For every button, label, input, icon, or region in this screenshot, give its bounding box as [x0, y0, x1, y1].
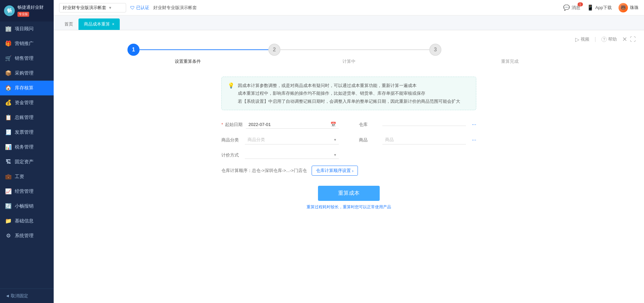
sidebar-item-label: 库存核算: [15, 85, 34, 91]
goods-label: 商品: [359, 137, 379, 143]
calendar-icon[interactable]: 📅: [330, 122, 336, 127]
category-label: 商品分类: [221, 137, 241, 143]
sidebar-item-label: 经营管理: [15, 188, 34, 194]
chevron-down-icon: ▾: [334, 137, 336, 142]
messages-badge: 1: [578, 2, 583, 6]
sidebar: 畅 畅捷通好业财 专业版 🏢 项目顾问 🎁 营销推广 🛒 销售管理 📦 采购管理…: [0, 0, 54, 303]
recalculate-button[interactable]: 重算成本: [318, 186, 380, 201]
sidebar-item-purchase[interactable]: 📦 采购管理: [0, 66, 54, 81]
content-area: ▷ 视频 | ? 帮助 ✕ ⛶ 1: [54, 30, 644, 303]
message-icon: 💬: [563, 4, 570, 11]
sidebar-item-system[interactable]: ⚙ 系统管理: [0, 228, 54, 243]
sidebar-item-basic[interactable]: 📁 基础信息: [0, 214, 54, 228]
warehouse-order-settings-button[interactable]: 仓库计算顺序设置 ›: [312, 166, 358, 176]
sidebar-item-sales[interactable]: 🛒 销售管理: [0, 51, 54, 66]
chevron-down-icon: ▾: [334, 153, 336, 157]
user-menu[interactable]: 🐻 珠珠: [619, 3, 639, 12]
goods-row: 商品 商品 ···: [359, 135, 476, 144]
info-line-2: 成本重算过程中，影响库存账的操作均不能操作，比如进货单、销货单、库存单据不能审核…: [238, 89, 460, 97]
tab-home-label: 首页: [64, 21, 73, 27]
info-icon: 💡: [228, 82, 234, 105]
step-2-number: 2: [273, 47, 276, 53]
required-star: *: [221, 122, 223, 127]
tab-recalc[interactable]: 商品成本重算 ×: [78, 18, 120, 30]
video-label: 视频: [581, 36, 589, 42]
step-3-number: 3: [434, 47, 437, 53]
sidebar-item-inventory[interactable]: 🏠 库存核算: [0, 81, 54, 95]
sidebar-item-finance[interactable]: 💰 资金管理: [0, 95, 54, 110]
recalculate-hint: 重算过程耗时较长，重算时您可以正常使用产品: [307, 204, 391, 210]
inventory-icon: 🏠: [5, 85, 11, 91]
close-button[interactable]: ✕: [622, 36, 627, 43]
operations-icon: 📈: [5, 188, 11, 194]
price-select[interactable]: ▾: [245, 151, 339, 159]
messages-button[interactable]: 💬 消息 1: [563, 4, 580, 11]
assets-icon: 🏗: [5, 159, 11, 165]
category-row: 商品分类 商品分类 ▾: [221, 135, 339, 144]
app-download-button[interactable]: 📱 App下载: [587, 4, 612, 11]
sidebar-item-operations[interactable]: 📈 经营管理: [0, 184, 54, 199]
warehouse-order-label: 仓库计算顺序：总仓->深圳仓库->...->门店仓: [221, 168, 307, 174]
price-row: 计价方式 ▾: [221, 151, 339, 159]
warehouse-row: 仓库 ···: [359, 120, 476, 129]
sidebar-item-invoice[interactable]: 🧾 发票管理: [0, 125, 54, 140]
logo-title: 畅捷通好业财: [17, 5, 44, 10]
steps-progress: 1 设置重算条件 2 计算中 3: [74, 44, 624, 64]
help-button[interactable]: ? 帮助: [601, 36, 617, 42]
account-selector[interactable]: 好业财专业版演示帐套 ▼: [59, 3, 126, 12]
invoice-icon: 🧾: [5, 129, 11, 135]
sidebar-item-expense[interactable]: 🔄 小畅报销: [0, 199, 54, 214]
sidebar-item-assets[interactable]: 🏗 固定资产: [0, 155, 54, 169]
sidebar-item-label: 资金管理: [15, 100, 34, 106]
tab-close-icon[interactable]: ×: [112, 22, 114, 27]
tab-home[interactable]: 首页: [59, 18, 78, 30]
sidebar-item-label: 采购管理: [15, 70, 34, 76]
start-date-row: * 起始日期 2022-07-01 📅: [221, 120, 339, 129]
help-label: 帮助: [608, 36, 617, 42]
sidebar-item-label: 税务管理: [15, 144, 34, 150]
step-2-label: 计算中: [342, 58, 356, 64]
accounting-icon: 📋: [5, 115, 11, 121]
window-controls: ✕ ⛶: [622, 36, 636, 43]
start-date-input[interactable]: 2022-07-01 📅: [246, 120, 339, 129]
sidebar-item-label: 总账管理: [15, 115, 34, 121]
goods-dots-button[interactable]: ···: [472, 137, 476, 143]
verified-text: 已认证: [136, 5, 149, 11]
goods-input[interactable]: 商品: [382, 135, 466, 144]
salary-icon: 💼: [5, 174, 11, 180]
warehouse-input[interactable]: [382, 123, 466, 126]
chevron-right-icon: ›: [352, 168, 354, 173]
sidebar-item-label: 固定资产: [15, 159, 34, 165]
sidebar-item-project[interactable]: 🏢 项目顾问: [0, 21, 54, 36]
warehouse-dots-button[interactable]: ···: [472, 122, 476, 128]
sidebar-nav: 🏢 项目顾问 🎁 营销推广 🛒 销售管理 📦 采购管理 🏠 库存核算 💰 资金管…: [0, 21, 54, 289]
step-2: 2 计算中: [268, 44, 429, 64]
sidebar-item-label: 发票管理: [15, 129, 34, 135]
info-box: 💡 因成本计算参数调整，或是对商品成本有疑问时，可以通过成本重算功能，重新计算一…: [221, 77, 476, 110]
unpin-label: ◄ 取消固定: [5, 293, 28, 299]
marketing-icon: 🎁: [5, 41, 11, 47]
price-label: 计价方式: [221, 152, 241, 158]
tab-bar: 首页 商品成本重算 ×: [54, 15, 644, 30]
account-name: 好业财专业版演示帐套: [63, 5, 106, 11]
sidebar-unpin-button[interactable]: ◄ 取消固定: [0, 289, 54, 303]
divider: |: [595, 36, 596, 42]
video-button[interactable]: ▷ 视频: [575, 36, 589, 43]
step-2-line: [280, 49, 429, 50]
expand-button[interactable]: ⛶: [630, 36, 636, 43]
tab-recalc-label: 商品成本重算: [84, 21, 110, 27]
step-3: 3 重算完成: [429, 44, 590, 64]
purchase-icon: 📦: [5, 70, 11, 76]
sidebar-item-marketing[interactable]: 🎁 营销推广: [0, 36, 54, 51]
sidebar-item-accounting[interactable]: 📋 总账管理: [0, 110, 54, 125]
chevron-down-icon: ▼: [108, 6, 112, 10]
info-line-1: 因成本计算参数调整，或是对商品成本有疑问时，可以通过成本重算功能，重新计算一遍成…: [238, 82, 460, 89]
sidebar-item-tax[interactable]: 📊 税务管理: [0, 140, 54, 155]
step-3-circle: 3: [429, 44, 441, 56]
step-3-label: 重算完成: [501, 58, 519, 64]
sidebar-item-salary[interactable]: 💼 工资: [0, 169, 54, 184]
category-select[interactable]: 商品分类 ▾: [245, 135, 339, 144]
form: * 起始日期 2022-07-01 📅 仓库 ··· 商品分类: [221, 120, 476, 159]
topbar-account-display: 好业财专业版演示帐套: [153, 5, 197, 11]
sidebar-item-label: 系统管理: [15, 233, 34, 239]
